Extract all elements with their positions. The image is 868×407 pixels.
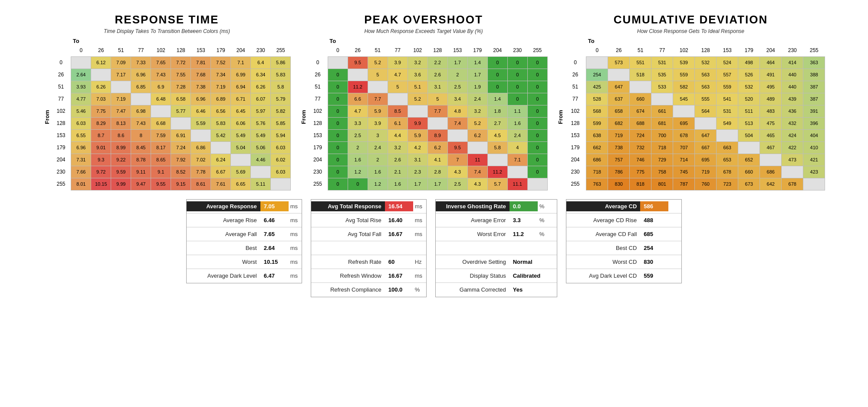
table-cell: 2.4 xyxy=(507,129,527,141)
table-cell: 0 xyxy=(527,117,547,129)
stat-unit: % xyxy=(538,229,551,239)
stat-row xyxy=(311,241,426,255)
table-cell: 6.03 xyxy=(271,141,291,154)
table-cell: 6.86 xyxy=(191,141,211,154)
table-cell: 11 xyxy=(467,154,487,166)
table-cell: 0 xyxy=(507,69,527,81)
table-cell: 489 xyxy=(760,93,782,105)
table-cell: 0 xyxy=(348,178,368,190)
table-cell: 564 xyxy=(695,105,717,117)
stat-value: 254 xyxy=(640,243,668,253)
table-cell: 539 xyxy=(673,56,695,69)
table-cell: 5.83 xyxy=(211,117,231,129)
table-cell: 1.2 xyxy=(368,178,388,190)
table-cell: 695 xyxy=(673,117,695,129)
table-cell: 2.4 xyxy=(467,93,487,105)
table-cell: 5.2 xyxy=(467,117,487,129)
table-cell: 637 xyxy=(608,93,630,105)
table-cell xyxy=(91,69,111,81)
table-cell xyxy=(211,141,231,154)
table-cell: 8.29 xyxy=(91,117,111,129)
stat-value: 6.47 xyxy=(260,271,289,281)
table-cell: 4.7 xyxy=(348,105,368,117)
table-cell: 7.7 xyxy=(427,105,447,117)
table-cell: 483 xyxy=(760,105,782,117)
table-cell xyxy=(651,93,673,105)
table-cell xyxy=(427,117,447,129)
table-cell: 532 xyxy=(695,56,717,69)
table-cell: 6.94 xyxy=(231,81,251,93)
table-cell xyxy=(191,129,211,141)
table-cell: 9.9 xyxy=(408,117,427,129)
table-cell: 2.2 xyxy=(427,56,447,69)
table-cell: 6.6 xyxy=(348,93,368,105)
table-cell: 3.1 xyxy=(408,154,427,166)
table-cell: 0 xyxy=(527,93,547,105)
table-cell: 0 xyxy=(328,81,348,93)
table-cell: 6.99 xyxy=(231,69,251,81)
table-cell: 0 xyxy=(328,166,348,178)
stat-label: Avg Dark Level CD xyxy=(566,271,640,281)
table-cell: 7.03 xyxy=(91,93,111,105)
table-cell: 7.59 xyxy=(151,129,171,141)
stat-label: Average CD Rise xyxy=(566,215,640,225)
table-cell: 1.4 xyxy=(467,56,487,69)
stat-value: Yes xyxy=(510,285,538,295)
table-cell: 2.5 xyxy=(447,81,467,93)
table-cell: 686 xyxy=(586,154,608,166)
table-cell: 2 xyxy=(447,69,467,81)
table-cell: 421 xyxy=(803,154,825,166)
stat-unit: ms xyxy=(289,201,302,211)
stat-row: Refresh Compliance100.0% xyxy=(311,283,426,297)
stat-label: Average CD xyxy=(566,201,640,211)
table-cell: 541 xyxy=(717,93,738,105)
table-cell: 8.65 xyxy=(151,154,171,166)
table-cell: 719 xyxy=(608,129,630,141)
table-cell xyxy=(348,69,368,81)
table-cell: 674 xyxy=(630,105,651,117)
table-cell: 6.98 xyxy=(131,105,151,117)
table-cell xyxy=(507,166,527,178)
table-cell: 4.1 xyxy=(427,154,447,166)
table-cell: 7.78 xyxy=(191,166,211,178)
table-cell: 3.93 xyxy=(71,81,91,93)
stat-value: 586 xyxy=(640,201,668,211)
table-cell: 599 xyxy=(586,117,608,129)
table-cell: 9.5 xyxy=(348,56,368,69)
table-cell: 0 xyxy=(328,69,348,81)
stat-value: 10.15 xyxy=(260,257,289,267)
table-cell: 7.17 xyxy=(111,69,131,81)
table-cell: 729 xyxy=(651,154,673,166)
stat-label: Refresh Compliance xyxy=(311,285,385,295)
stat-label: Avg Total Rise xyxy=(311,215,385,225)
table-cell: 549 xyxy=(717,117,738,129)
peak-overshoot-section: PEAK OVERSHOOT How Much Response Exceeds… xyxy=(299,13,548,190)
table-cell: 425 xyxy=(586,81,608,93)
table-cell: 0 xyxy=(527,129,547,141)
table-cell xyxy=(271,178,291,190)
table-cell: 9.55 xyxy=(151,178,171,190)
response-time-section: RESPONSE TIME Time Display Takes To Tran… xyxy=(43,13,291,190)
table-cell: 658 xyxy=(608,105,630,117)
table-cell xyxy=(695,117,717,129)
stat-label: Overdrive Setting xyxy=(436,257,510,267)
table-cell: 787 xyxy=(673,178,695,190)
stat-unit: ms xyxy=(289,229,302,239)
table-cell xyxy=(760,154,782,166)
stat-label: Average Response xyxy=(187,201,260,211)
table-cell: 0 xyxy=(328,105,348,117)
table-cell xyxy=(328,56,348,69)
table-cell: 5 xyxy=(427,93,447,105)
table-cell: 532 xyxy=(738,81,760,93)
table-cell: 464 xyxy=(760,56,782,69)
po-subtitle: How Much Response Exceeds Target Value B… xyxy=(364,28,483,34)
table-cell: 757 xyxy=(608,154,630,166)
table-cell: 3.4 xyxy=(447,93,467,105)
stat-unit xyxy=(668,260,681,263)
table-cell: 7.81 xyxy=(191,56,211,69)
stat-value: 830 xyxy=(640,257,668,267)
stat-label: Worst Error xyxy=(436,229,510,239)
table-cell: 6.48 xyxy=(151,93,171,105)
table-cell: 7.24 xyxy=(171,141,191,154)
table-cell: 3.2 xyxy=(408,56,427,69)
